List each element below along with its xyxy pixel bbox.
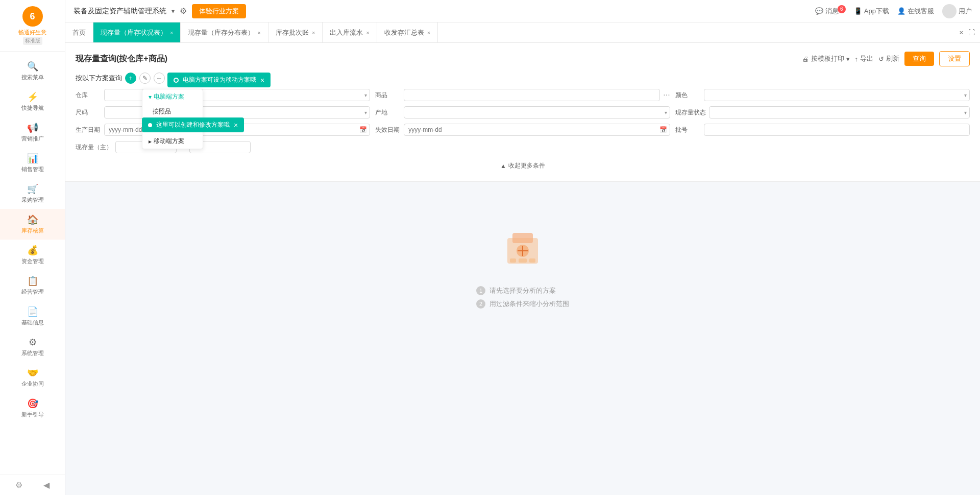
- export-btn[interactable]: ↑ 导出: [855, 54, 874, 63]
- user-area[interactable]: 用户: [942, 4, 972, 18]
- filter-edit-btn[interactable]: ✎: [139, 73, 151, 84]
- sidebar-item-purchase-label: 采购管理: [21, 196, 44, 204]
- message-btn[interactable]: 💬 消息 6: [815, 7, 846, 16]
- online-support-btn[interactable]: 👤 在线客服: [897, 7, 934, 16]
- sidebar-item-quicknav[interactable]: ⚡ 快捷导航: [0, 86, 65, 117]
- sidebar-item-inventory[interactable]: 🏠 库存核算: [0, 209, 65, 240]
- tab-inventory-status[interactable]: 现存量（库存状况表） ×: [93, 22, 181, 43]
- sidebar-logo: 6 畅通好生意 标准版: [0, 0, 65, 52]
- refresh-icon: ↺: [878, 55, 884, 63]
- tab-window-actions: × ⛶: [954, 29, 980, 36]
- tab-collect-summary[interactable]: 收发存汇总表 ×: [377, 22, 438, 43]
- expire-date-label: 失效日期: [375, 126, 401, 134]
- tab-inventory-dist-close[interactable]: ×: [257, 30, 260, 36]
- filter-add-btn[interactable]: +: [125, 73, 136, 84]
- inventory-qty-label: 现存量（主）: [76, 143, 112, 152]
- close-all-icon[interactable]: ×: [959, 29, 963, 36]
- tab-inventory-status-label: 现存量（库存状况表）: [101, 28, 167, 37]
- sidebar-item-quicknav-label: 快捷导航: [21, 104, 44, 112]
- batch-label: 批号: [675, 126, 701, 134]
- filter-back-btn[interactable]: ←: [154, 73, 165, 84]
- collapse-more-btn[interactable]: ▲ 收起更多条件: [76, 158, 970, 173]
- sidebar-item-marketing[interactable]: 📢 营销推广: [0, 117, 65, 148]
- plan-tree-desktop[interactable]: ▾ 电脑端方案: [142, 89, 203, 104]
- finance-icon: 💰: [27, 245, 38, 256]
- query-button[interactable]: 查询: [904, 52, 934, 66]
- sidebar-item-finance-label: 资金管理: [21, 257, 44, 265]
- tip-num-2: 2: [476, 299, 485, 309]
- search-field-expire-date: 失效日期 📅: [375, 124, 670, 136]
- search-field-goods: 商品 ···: [375, 89, 670, 101]
- inventory-status-select[interactable]: [709, 106, 970, 119]
- tab-batch-account-close[interactable]: ×: [312, 30, 315, 36]
- color-select[interactable]: [704, 89, 970, 101]
- refresh-btn[interactable]: ↺ 刷新: [878, 54, 899, 63]
- tab-inout-flow-label: 出入库流水: [330, 28, 363, 37]
- maximize-icon[interactable]: ⛶: [968, 29, 975, 36]
- empty-state: 1 请先选择要分析的方案 2 用过滤条件来缩小分析范围: [65, 182, 980, 351]
- export-icon: ↑: [855, 55, 859, 63]
- header-settings-icon[interactable]: ⚙: [180, 6, 187, 16]
- page-title-row: 现存量查询(按仓库+商品) 🖨 按模板打印 ▾ ↑ 导出 ↺ 刷新: [76, 51, 970, 66]
- operations-icon: 📋: [27, 275, 38, 287]
- tooltip-create-plan: 这里可以创建和修改方案哦 ×: [142, 117, 244, 132]
- goods-ellipsis-icon[interactable]: ···: [663, 90, 670, 100]
- sidebar-item-search[interactable]: 🔍 搜索菜单: [0, 56, 65, 86]
- empty-tip-1: 1 请先选择要分析的方案: [476, 284, 569, 297]
- plan-tree-item-1[interactable]: 按照品: [142, 104, 203, 119]
- sidebar-item-system[interactable]: ⚙ 系统管理: [0, 332, 65, 362]
- tab-home[interactable]: 首页: [65, 22, 93, 43]
- collapse-more-label: 收起更多条件: [508, 161, 545, 170]
- sidebar-item-basic[interactable]: 📄 基础信息: [0, 301, 65, 332]
- sidebar-item-enterprise[interactable]: 🤝 企业协同: [0, 362, 65, 393]
- goods-input[interactable]: [404, 89, 660, 101]
- header-right: 💬 消息 6 📱 App下载 👤 在线客服 用户: [815, 4, 972, 18]
- sidebar-item-purchase[interactable]: 🛒 采购管理: [0, 178, 65, 209]
- tab-inout-flow-close[interactable]: ×: [366, 30, 369, 36]
- sidebar-item-guide[interactable]: 🎯 新手引导: [0, 393, 65, 423]
- tab-collect-summary-close[interactable]: ×: [427, 30, 430, 36]
- search-field-inventory-status: 现存量状态 ▾: [675, 106, 970, 119]
- basic-icon: 📄: [27, 306, 38, 317]
- sidebar-nav: 🔍 搜索菜单 ⚡ 快捷导航 📢 营销推广 📊 销售管理 🛒 采购管理 🏠 库存核…: [0, 52, 65, 475]
- sidebar-item-marketing-label: 营销推广: [21, 135, 44, 143]
- tooltip2-close[interactable]: ×: [234, 121, 238, 129]
- tooltip-dot: [148, 123, 152, 127]
- sidebar-item-sales[interactable]: 📊 销售管理: [0, 148, 65, 178]
- sidebar-item-operations[interactable]: 📋 经营管理: [0, 270, 65, 301]
- tooltip-dot-outline: [174, 78, 179, 83]
- settings-query-button[interactable]: 设置: [939, 51, 970, 66]
- experience-button[interactable]: 体验行业方案: [192, 4, 246, 18]
- system-icon: ⚙: [29, 337, 37, 348]
- header-left: 装备及固定资产辅助管理系统 ▾ ⚙ 体验行业方案: [74, 4, 246, 18]
- export-label: 导出: [860, 54, 873, 63]
- tooltip1-close[interactable]: ×: [260, 76, 264, 84]
- print-template-btn[interactable]: 🖨 按模板打印 ▾: [802, 54, 850, 63]
- tab-inout-flow[interactable]: 出入库流水 ×: [323, 22, 377, 43]
- plan-tree-mobile[interactable]: ▸ 移动端方案: [142, 134, 203, 149]
- settings-btn[interactable]: ⚙: [15, 480, 22, 490]
- tab-inventory-status-close[interactable]: ×: [170, 30, 173, 36]
- prod-date-label: 生产日期: [76, 126, 101, 134]
- logo-icon: 6: [22, 6, 43, 27]
- tab-inventory-dist[interactable]: 现存量（库存分布表） ×: [181, 22, 268, 43]
- system-dropdown[interactable]: ▾: [172, 8, 175, 15]
- message-label: 消息: [825, 7, 839, 16]
- origin-select[interactable]: [404, 106, 670, 119]
- sidebar-item-finance[interactable]: 💰 资金管理: [0, 240, 65, 270]
- main-area: 装备及固定资产辅助管理系统 ▾ ⚙ 体验行业方案 💬 消息 6 📱 App下载 …: [65, 0, 980, 495]
- sidebar-footer: ⚙ ◀: [0, 475, 65, 495]
- expire-date-input[interactable]: [404, 124, 670, 136]
- sidebar-item-enterprise-label: 企业协同: [21, 380, 44, 388]
- plan-tree-mobile-chevron-icon: ▸: [149, 138, 152, 145]
- batch-input[interactable]: [704, 124, 970, 136]
- app-download-btn[interactable]: 📱 App下载: [854, 7, 889, 16]
- collapse-sidebar-btn[interactable]: ◀: [43, 480, 50, 490]
- page-content: 现存量查询(按仓库+商品) 🖨 按模板打印 ▾ ↑ 导出 ↺ 刷新: [65, 43, 980, 495]
- tab-batch-account[interactable]: 库存批次账 ×: [268, 22, 323, 43]
- tab-home-label: 首页: [72, 28, 86, 37]
- origin-select-wrapper: ▾: [404, 106, 670, 119]
- search-nav-icon: 🔍: [27, 61, 38, 72]
- tip-num-1: 1: [476, 286, 485, 295]
- plan-tree-chevron-icon: ▾: [149, 93, 152, 101]
